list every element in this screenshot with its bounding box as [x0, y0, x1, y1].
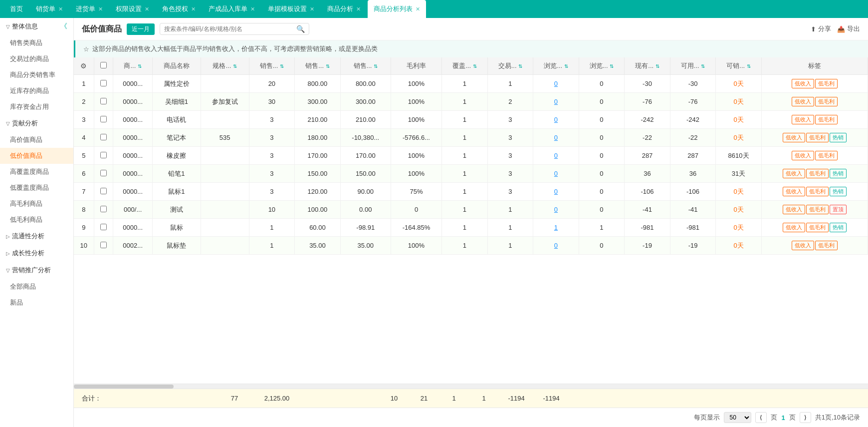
sidebar-group-marketing[interactable]: ▽营销推广分析 [0, 262, 73, 279]
gear-icon[interactable]: ⚙ [80, 62, 87, 70]
nav-item-product-analysis-list[interactable]: 商品分析列表✕ [368, 0, 426, 18]
nav-item-role[interactable]: 角色授权✕ [156, 0, 202, 18]
share-btn[interactable]: ⬆ 分享 [811, 24, 831, 33]
browse1-link-5[interactable]: 0 [554, 170, 558, 177]
nav-item-template[interactable]: 单据模板设置✕ [262, 0, 320, 18]
row-checkbox-7[interactable] [100, 206, 107, 212]
nav-item-sales[interactable]: 销货单✕ [30, 0, 69, 18]
nav-close-sales[interactable]: ✕ [58, 6, 63, 12]
row-checkbox-3[interactable] [100, 134, 107, 140]
first-page-btn[interactable]: ⟨ [755, 412, 767, 423]
row-checkbox-4[interactable] [100, 152, 107, 158]
nav-item-product-analysis[interactable]: 商品分析✕ [321, 0, 367, 18]
col-header-browse1[interactable]: 浏览... ⇅ [533, 57, 579, 75]
browse1-link-7[interactable]: 0 [554, 206, 558, 213]
row-checkbox-6[interactable] [100, 188, 107, 194]
collapse-btn-overall[interactable]: 《 [60, 22, 67, 31]
sidebar-item-low-coverage[interactable]: 低覆盖度商品 [0, 180, 73, 196]
row-checkbox-2[interactable] [100, 116, 107, 122]
nav-close-permission[interactable]: ✕ [145, 6, 149, 12]
nav-close-product-analysis-list[interactable]: ✕ [416, 6, 420, 12]
browse1-link-6[interactable]: 0 [554, 188, 558, 195]
cell-checkbox-4[interactable] [94, 147, 113, 165]
col-header-trade[interactable]: 交易... ⇅ [487, 57, 533, 75]
cell-checkbox-3[interactable] [94, 129, 113, 147]
sidebar-group-growth[interactable]: ▷成长性分析 [0, 245, 73, 262]
scroll-bar[interactable] [74, 384, 868, 389]
nav-close-purchase[interactable]: ✕ [98, 6, 103, 12]
cell-browse1-2[interactable]: 0 [533, 111, 579, 129]
cell-checkbox-7[interactable] [94, 201, 113, 219]
cell-browse1-8[interactable]: 1 [533, 219, 579, 237]
sidebar-group-overall[interactable]: ▽整体信息《 [0, 18, 73, 35]
browse1-link-2[interactable]: 0 [554, 116, 558, 123]
cell-browse1-5[interactable]: 0 [533, 165, 579, 183]
row-checkbox-5[interactable] [100, 170, 107, 176]
row-checkbox-9[interactable] [100, 242, 107, 248]
col-header-available[interactable]: 可用... ⇅ [670, 57, 716, 75]
cell-browse1-1[interactable]: 0 [533, 93, 579, 111]
row-checkbox-1[interactable] [100, 98, 107, 104]
date-filter-btn[interactable]: 近一月 [127, 23, 155, 35]
sidebar-item-sales-products[interactable]: 销售类商品 [0, 35, 73, 51]
cell-checkbox-2[interactable] [94, 111, 113, 129]
sidebar-item-low-margin[interactable]: 低毛利商品 [0, 212, 73, 228]
nav-item-home[interactable]: 首页 [4, 0, 29, 18]
browse1-link-3[interactable]: 0 [554, 134, 558, 141]
col-header-saleable[interactable]: 可销... ⇅ [716, 57, 762, 75]
sidebar-item-all-products[interactable]: 全部商品 [0, 279, 73, 295]
col-header-sales-amount[interactable]: 销售... ⇅ [295, 57, 341, 75]
cell-browse1-3[interactable]: 0 [533, 129, 579, 147]
col-header-sales-cost[interactable]: 销售... ⇅ [340, 57, 391, 75]
sidebar-item-category-sales-rate[interactable]: 商品分类销售率 [0, 67, 73, 83]
col-header-coverage[interactable]: 覆盖... ⇅ [442, 57, 488, 75]
cell-browse1-6[interactable]: 0 [533, 183, 579, 201]
select-all-checkbox[interactable] [100, 62, 107, 68]
sidebar-group-circulation[interactable]: ▷流通性分析 [0, 228, 73, 245]
col-header-code[interactable]: 商... ⇅ [113, 57, 153, 75]
sidebar-item-low-value[interactable]: 低价值商品 [0, 148, 73, 164]
cell-checkbox-8[interactable] [94, 219, 113, 237]
nav-close-product-in[interactable]: ✕ [250, 6, 255, 12]
col-header-spec[interactable]: 规格... ⇅ [201, 57, 249, 75]
col-header-current-stock[interactable]: 现有... ⇅ [625, 57, 670, 75]
cell-checkbox-5[interactable] [94, 165, 113, 183]
col-header-browse2[interactable]: 浏览... ⇅ [579, 57, 625, 75]
sidebar-item-low-stock[interactable]: 近库存的商品 [0, 83, 73, 99]
export-btn[interactable]: 📤 导出 [837, 24, 860, 33]
sidebar-item-high-coverage[interactable]: 高覆盖度商品 [0, 164, 73, 180]
sidebar-item-high-value[interactable]: 高价值商品 [0, 132, 73, 148]
cell-browse1-9[interactable]: 0 [533, 237, 579, 255]
sidebar-item-stock-fund[interactable]: 库存资金占用 [0, 99, 73, 115]
browse1-link-4[interactable]: 0 [554, 152, 558, 159]
sidebar-item-high-margin[interactable]: 高毛利商品 [0, 196, 73, 212]
browse1-link-8[interactable]: 1 [554, 224, 558, 231]
cell-browse1-4[interactable]: 0 [533, 147, 579, 165]
cell-checkbox-0[interactable] [94, 75, 113, 93]
nav-close-role[interactable]: ✕ [191, 6, 196, 12]
nav-item-product-in[interactable]: 产成品入库单✕ [203, 0, 261, 18]
cell-checkbox-1[interactable] [94, 93, 113, 111]
row-checkbox-0[interactable] [100, 80, 107, 86]
search-icon[interactable]: 🔍 [296, 25, 305, 33]
col-header-sales-qty[interactable]: 销售... ⇅ [249, 57, 295, 75]
row-checkbox-8[interactable] [100, 224, 107, 230]
search-input[interactable] [164, 25, 293, 32]
page-size-select[interactable]: 50 100 [724, 412, 751, 423]
cell-checkbox-6[interactable] [94, 183, 113, 201]
cell-checkbox-9[interactable] [94, 237, 113, 255]
nav-close-template[interactable]: ✕ [310, 6, 314, 12]
browse1-link-0[interactable]: 0 [554, 80, 558, 87]
sidebar-item-traded-products[interactable]: 交易过的商品 [0, 51, 73, 67]
sidebar-group-contribution[interactable]: ▽贡献分析 [0, 115, 73, 132]
cell-browse1-0[interactable]: 0 [533, 75, 579, 93]
nav-item-purchase[interactable]: 进货单✕ [70, 0, 109, 18]
nav-close-product-analysis[interactable]: ✕ [356, 6, 361, 12]
scroll-bar-thumb[interactable] [74, 385, 174, 389]
browse1-link-9[interactable]: 0 [554, 242, 558, 249]
cell-browse1-7[interactable]: 0 [533, 201, 579, 219]
nav-item-permission[interactable]: 权限设置✕ [110, 0, 155, 18]
sidebar-item-new-products[interactable]: 新品 [0, 295, 73, 311]
next-page-btn[interactable]: ⟩ [800, 412, 811, 423]
browse1-link-1[interactable]: 0 [554, 98, 558, 105]
